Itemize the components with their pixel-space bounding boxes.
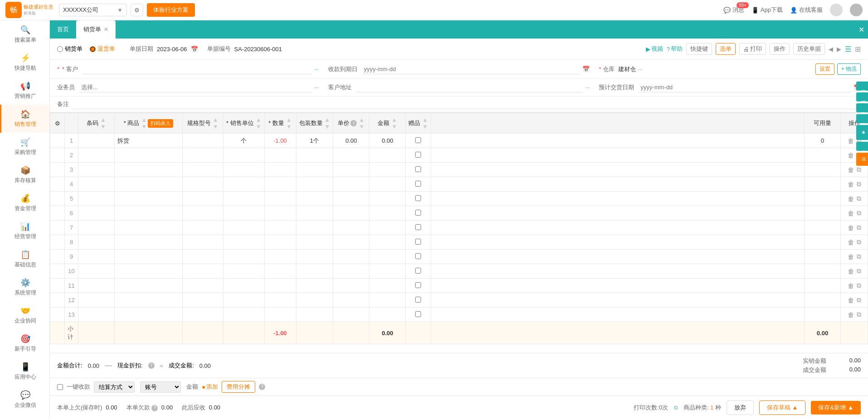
cell-price[interactable] xyxy=(333,250,369,264)
tab-home[interactable]: 首页 xyxy=(50,20,76,39)
right-collect-button[interactable]: 收藏 xyxy=(856,103,868,112)
sidebar-item-wechat[interactable]: 💬 企业微信 xyxy=(0,385,49,414)
cell-product[interactable]: 拆货 xyxy=(115,134,183,148)
sidebar-item-apps[interactable]: 📱 应用中心 xyxy=(0,357,49,385)
cell-gift[interactable] xyxy=(406,279,431,293)
delete-icon[interactable]: 🗑 xyxy=(848,152,854,159)
cell-qty[interactable] xyxy=(264,177,296,192)
cell-gift[interactable] xyxy=(406,235,431,250)
cell-spec[interactable] xyxy=(183,279,223,293)
payment-account-select[interactable]: 账号 xyxy=(140,381,181,393)
user-avatar-extra[interactable] xyxy=(850,4,863,16)
tab-close-icon[interactable]: ✕ xyxy=(104,26,108,33)
cell-barcode[interactable] xyxy=(78,192,115,206)
save-draft-button[interactable]: 保存草稿 ▲ xyxy=(759,400,806,415)
cell-barcode[interactable] xyxy=(78,221,115,235)
sidebar-item-quick-nav[interactable]: ⚡ 快捷导航 xyxy=(0,48,49,77)
delete-icon[interactable]: 🗑 xyxy=(848,166,854,173)
cell-barcode[interactable] xyxy=(78,308,115,322)
cell-gift[interactable] xyxy=(406,177,431,192)
remark-input[interactable] xyxy=(72,99,861,109)
calendar-icon[interactable]: 📅 xyxy=(191,46,198,53)
add-payment-button[interactable]: ● 添加 xyxy=(202,383,218,391)
print-settings-icon[interactable]: ⊙ xyxy=(674,405,678,411)
sidebar-item-purchase[interactable]: 🛒 采购管理 xyxy=(0,133,49,161)
setup-button[interactable]: 设置 xyxy=(815,63,834,75)
prev-icon[interactable]: ◀ xyxy=(829,46,833,53)
cell-product[interactable] xyxy=(115,235,183,250)
salesman-input[interactable] xyxy=(79,82,312,92)
th-qty[interactable]: * 数量 ▲▼ xyxy=(264,113,296,134)
cell-qty[interactable] xyxy=(264,264,296,279)
cell-gift[interactable] xyxy=(406,308,431,322)
cell-spec[interactable] xyxy=(183,148,223,163)
delete-icon[interactable]: 🗑 xyxy=(848,253,854,260)
message-button[interactable]: 💬 消息 99+ xyxy=(723,6,744,14)
cell-qty[interactable] xyxy=(264,293,296,308)
cell-price[interactable]: 0.00 xyxy=(333,134,369,148)
copy-icon[interactable]: ⧉ xyxy=(857,267,861,275)
tab-sales-order[interactable]: 销货单 ✕ xyxy=(76,20,116,39)
cell-qty[interactable] xyxy=(264,250,296,264)
user-avatar[interactable] xyxy=(830,4,843,16)
cell-barcode[interactable] xyxy=(78,293,115,308)
cell-gift[interactable] xyxy=(406,293,431,308)
sidebar-item-member[interactable]: 👑 畅会员 xyxy=(0,414,49,419)
cell-qty[interactable] xyxy=(264,206,296,221)
copy-icon[interactable]: ⧉ xyxy=(857,238,861,246)
cell-qty[interactable] xyxy=(264,221,296,235)
sidebar-item-finance[interactable]: 💰 资金管理 xyxy=(0,189,49,217)
abandon-button[interactable]: 放弃 xyxy=(727,400,754,415)
th-settings[interactable]: ⚙ xyxy=(50,113,65,134)
cell-product[interactable] xyxy=(115,279,183,293)
cell-gift[interactable] xyxy=(406,206,431,221)
cell-qty[interactable] xyxy=(264,192,296,206)
cell-product[interactable] xyxy=(115,148,183,163)
cell-price[interactable] xyxy=(333,192,369,206)
trial-button[interactable]: 体验行业方案 xyxy=(147,3,195,17)
right-orange-button[interactable]: Itl xyxy=(856,153,868,166)
copy-icon[interactable]: ⧉ xyxy=(857,296,861,304)
cell-gift[interactable] xyxy=(406,192,431,206)
sidebar-item-inventory[interactable]: 📦 库存核算 xyxy=(0,161,49,189)
select-button[interactable]: 选单 xyxy=(716,43,736,55)
th-price[interactable]: 单价 i ▲▼ xyxy=(333,113,369,134)
cell-qty[interactable] xyxy=(264,308,296,322)
cell-spec[interactable] xyxy=(183,235,223,250)
right-edit-button[interactable]: 编辑 xyxy=(856,142,868,151)
delete-icon[interactable]: 🗑 xyxy=(848,297,854,304)
cell-spec[interactable] xyxy=(183,206,223,221)
cell-product[interactable] xyxy=(115,264,183,279)
copy-icon[interactable]: ⧉ xyxy=(857,224,861,231)
delete-icon[interactable]: 🗑 xyxy=(848,181,854,188)
cell-spec[interactable] xyxy=(183,134,223,148)
cell-barcode[interactable] xyxy=(78,134,115,148)
history-button[interactable]: 历史单据 xyxy=(793,43,825,55)
delete-icon[interactable]: 🗑 xyxy=(848,137,854,144)
sidebar-item-guide[interactable]: 🎯 新手引导 xyxy=(0,329,49,357)
cell-barcode[interactable] xyxy=(78,177,115,192)
customer-ellipsis[interactable]: ··· xyxy=(315,66,319,72)
cell-gift[interactable] xyxy=(406,250,431,264)
logistics-button[interactable]: + 物流 xyxy=(837,63,861,75)
due-date-input[interactable] xyxy=(362,64,580,74)
app-download-button[interactable]: 📱 App下载 xyxy=(752,6,783,14)
cell-barcode[interactable] xyxy=(78,264,115,279)
cell-spec[interactable] xyxy=(183,177,223,192)
sidebar-item-marketing[interactable]: 📢 营销推广 xyxy=(0,77,49,105)
copy-icon[interactable]: ⧉ xyxy=(857,180,861,188)
salesman-ellipsis[interactable]: ··· xyxy=(315,84,319,91)
cell-product[interactable] xyxy=(115,250,183,264)
customer-input[interactable] xyxy=(82,64,312,74)
cell-price[interactable] xyxy=(333,235,369,250)
cell-spec[interactable] xyxy=(183,250,223,264)
cell-gift[interactable] xyxy=(406,134,431,148)
cell-gift[interactable] xyxy=(406,148,431,163)
cell-barcode[interactable] xyxy=(78,279,115,293)
cell-qty[interactable] xyxy=(264,163,296,177)
owed-info-icon[interactable]: ? xyxy=(151,405,158,411)
cell-price[interactable] xyxy=(333,221,369,235)
cell-gift[interactable] xyxy=(406,264,431,279)
delete-icon[interactable]: 🗑 xyxy=(848,311,854,318)
sidebar-item-ops[interactable]: 📊 经营管理 xyxy=(0,217,49,245)
